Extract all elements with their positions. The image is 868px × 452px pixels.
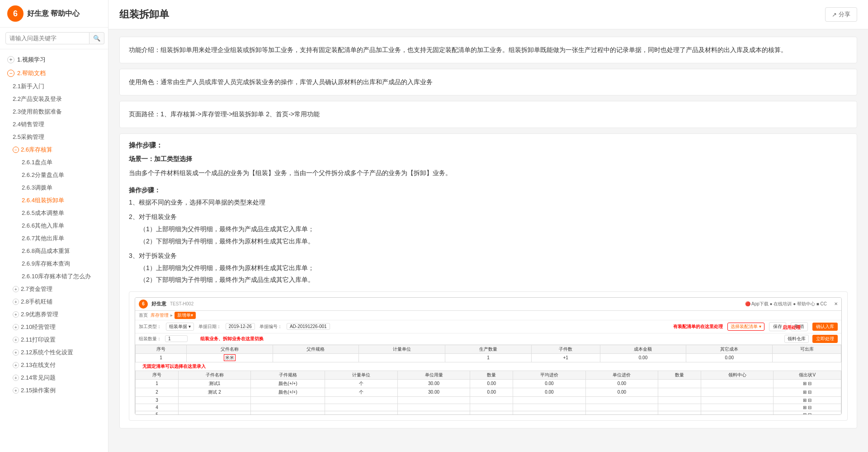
step2-sub2: （2）下部明细为子件明细，最终作为原材料生成其它出库单。 <box>129 235 848 247</box>
main-content: 组装拆卸单 ↗ 分享 功能介绍：组装拆卸单用来处理企业组装或拆卸等加工业务，支持… <box>108 0 868 452</box>
nav-plus-2-10: + <box>13 324 19 330</box>
nav-plus-2-14: + <box>13 375 19 381</box>
ss-date-val: 2019-12-26 <box>226 323 255 330</box>
ss-confirm-btn[interactable]: 确认入库 <box>812 323 838 331</box>
ss-use-field: 领料仓库 <box>784 335 809 343</box>
nav-sub-item-2-14[interactable]: + 2.14常见问题 <box>13 371 108 384</box>
ss-annotation3: 启用处理 <box>783 324 801 331</box>
ss-qty-label: 组装数量： <box>139 336 161 342</box>
logo-icon: 6 <box>7 5 24 22</box>
sidebar: 6 好生意 帮助中心 🔍 + 1.视频学习 − 2.帮助文档 2.1新手入门 <box>0 0 108 452</box>
ss-titlebar: 6 好生意 TEST-H002 🔴 App下载 ● 在线培训 ● 帮助中心 ■ … <box>135 298 841 311</box>
ss-num-val: AD-20191226-001 <box>287 323 330 330</box>
nav-plus-icon-1: + <box>7 56 14 63</box>
table-row: 3⊞ ⊟ <box>136 396 841 404</box>
nav-sub-item-2-6-4[interactable]: 2.6.4组装拆卸单 <box>22 194 108 207</box>
nav-item-row-1[interactable]: + 1.视频学习 <box>0 53 108 67</box>
table-row: 2 测试 2 颜色(+/+) 个 30.00 0.00 0.00 0.00 <box>136 388 841 396</box>
ss-annotation1: 有装配清单的在这里处理 <box>673 324 723 330</box>
nav-sub-item-2-4[interactable]: 2.4销售管理 <box>13 118 108 131</box>
path-block: 页面路径：1、库存核算->库存管理->组装拆卸单 2、首页->常用功能 <box>119 101 857 128</box>
nav-plus-2-8: + <box>13 299 19 305</box>
nav-sub-item-2-10[interactable]: + 2.10经营管理 <box>13 321 108 333</box>
nav-sub-item-2-3[interactable]: 2.3使用前数据准备 <box>13 105 108 118</box>
nav-sub-item-2-6-7[interactable]: 2.6.7其他出库单 <box>22 232 108 245</box>
step3: 3、对于拆装业务 <box>129 250 848 262</box>
search-box: 🔍 <box>0 28 108 49</box>
role-block: 使用角色：通常由生产人员或库管人员完成拆装业务的操作，库管人员确认原材料的出库和… <box>119 69 857 95</box>
ss-nav-arrow: ▸ <box>170 313 173 318</box>
nav-item-1[interactable]: + 1.视频学习 <box>0 53 108 67</box>
nav-sub-item-2-1[interactable]: 2.1新手入门 <box>13 80 108 93</box>
share-button[interactable]: ↗ 分享 <box>825 7 857 22</box>
nav-sub-item-2-6[interactable]: − 2.6库存核算 <box>13 143 108 156</box>
nav-sub-item-2-9[interactable]: + 2.9优惠券管理 <box>13 308 108 321</box>
nav-sub-item-2-12[interactable]: + 2.12系统个性化设置 <box>13 346 108 359</box>
ss-close: ✕ <box>834 301 838 306</box>
nav-plus-2-9: + <box>13 311 19 318</box>
nav-sub-item-2-6-9[interactable]: 2.6.9库存账本查询 <box>22 257 108 270</box>
ss-subform: 组装数量： 1 组装业务、拆卸业务在这里切换 领料仓库 启用处理 立即处理 <box>135 333 841 345</box>
scene1-title: 场景一：加工类型选择 <box>129 155 848 163</box>
nav-sub-item-2-6-2[interactable]: 2.6.2分量盘点单 <box>22 169 108 181</box>
nav-tree: + 1.视频学习 − 2.帮助文档 2.1新手入门 2.2产品安装及登录 2.3… <box>0 49 108 400</box>
nav-item-row-2[interactable]: − 2.帮助文档 <box>0 67 108 80</box>
scene1-desc: 当由多个子件材料组装成一个成品的业务为【组装】业务，当由一个父件拆分成多个子产品… <box>129 167 848 179</box>
intro-block: 功能介绍：组装拆卸单用来处理企业组装或拆卸等加工业务，支持有固定装配清单的产品加… <box>119 37 857 63</box>
nav-plus-2-7: + <box>13 286 19 292</box>
nav-sub-item-2-6-6[interactable]: 2.6.6其他入库单 <box>22 219 108 232</box>
ss-logo: 6 <box>139 300 148 309</box>
ss-table-area: 序号 父件名称 父件规格 计量单位 生产数量 子件数 成本金额 其它成本 可出库 <box>135 345 841 362</box>
nav-sub-item-2-11[interactable]: + 2.11打印设置 <box>13 333 108 346</box>
nav-sub-item-2-8[interactable]: + 2.8手机旺铺 <box>13 295 108 308</box>
nav-sub-item-2-6-1[interactable]: 2.6.1盘点单 <box>22 156 108 169</box>
nav-sub-item-2-15[interactable]: + 2.15操作案例 <box>13 384 108 397</box>
nav-plus-2-15: + <box>13 387 19 394</box>
nav-sub-item-2-6-10[interactable]: 2.6.10库存账本错了怎么办 <box>22 270 108 283</box>
ss-nav-cur: 库存管理 <box>151 312 169 319</box>
nav-sub-item-2-6-3[interactable]: 2.6.3调拨单 <box>22 181 108 194</box>
nav-item-2[interactable]: − 2.帮助文档 2.1新手入门 2.2产品安装及登录 2.3使用前数据准备 2… <box>0 67 108 397</box>
sidebar-header: 6 好生意 帮助中心 <box>0 0 108 28</box>
table-row: 4⊞ ⊟ <box>136 404 841 411</box>
table-row: 5⊞ ⊟ <box>136 411 841 415</box>
ss-sub-table-area: 序号 子件名称 子件规格 计量单位 单位用量 数量 平均进价 单位进价 数量 <box>135 371 841 415</box>
step2: 2、对于组装业务 <box>129 211 848 223</box>
ss-process-btn[interactable]: 立即处理 <box>812 335 838 343</box>
nav-sub-item-2-5[interactable]: 2.5采购管理 <box>13 131 108 143</box>
nav-sub-item-2-6-5[interactable]: 2.6.5成本调整单 <box>22 207 108 219</box>
ss-date-label: 单据日期： <box>198 324 221 330</box>
ss-cell-red: 米米 <box>224 354 236 361</box>
step3-sub2: （2）下部明细为子件明细，最终作为产成品生成其它入库单。 <box>129 274 848 286</box>
ss-icons: 🔴 App下载 ● 在线培训 ● 帮助中心 ■ CC <box>745 301 827 307</box>
ss-brand: 好生意 <box>151 300 166 307</box>
ss-company: TEST-H002 <box>170 301 741 306</box>
nav-sub-item-2-2[interactable]: 2.2产品安装及登录 <box>13 93 108 105</box>
nav-label-1: 1.视频学习 <box>17 56 46 64</box>
ss-type-select: 组装单据 ▾ <box>166 323 194 331</box>
table-row: 1 米米 1 +1 0.00 0.00 <box>136 353 841 362</box>
search-button[interactable]: 🔍 <box>90 32 104 44</box>
step2-sub1: （1）上部明细为父件明细，最终作为产成品生成其它入库单； <box>129 223 848 235</box>
main-header: 组装拆卸单 ↗ 分享 <box>108 0 868 29</box>
nav-sub-2: 2.1新手入门 2.2产品安装及登录 2.3使用前数据准备 2.4销售管理 2.… <box>0 80 108 397</box>
ops-title: 操作步骤： <box>129 141 848 150</box>
ss-nav-home: 首页 <box>139 312 148 319</box>
path-text: 页面路径：1、库存核算->库存管理->组装拆卸单 2、首页->常用功能 <box>129 110 320 118</box>
table-row: 1 测试1 颜色(+/+) 个 30.00 0.00 0.00 0.00 <box>136 379 841 388</box>
ss-tab-new: 新增单▾ <box>175 312 196 319</box>
nav-sub-item-2-7[interactable]: + 2.7资金管理 <box>13 283 108 295</box>
step1: 1、根据不同的业务，选择不同单据的类型来处理 <box>129 196 848 209</box>
ss-form: 加工类型： 组装单据 ▾ 单据日期： 2019-12-26 单据编号： AD-2… <box>135 320 841 333</box>
search-input[interactable] <box>5 32 90 44</box>
ss-sub-table: 序号 子件名称 子件规格 计量单位 单位用量 数量 平均进价 单位进价 数量 <box>135 371 841 415</box>
nav-sub-item-2-13[interactable]: + 2.13在线支付 <box>13 359 108 371</box>
intro-text: 功能介绍：组装拆卸单用来处理企业组装或拆卸等加工业务，支持有固定装配清单的产品加… <box>129 46 787 53</box>
role-text: 使用角色：通常由生产人员或库管人员完成拆装业务的操作，库管人员确认原材料的出库和… <box>129 78 433 86</box>
page-title: 组装拆卸单 <box>119 8 169 21</box>
nav-plus-2-12: + <box>13 349 19 356</box>
nav-sub-item-2-6-8[interactable]: 2.6.8商品成本重算 <box>22 245 108 257</box>
share-icon: ↗ <box>832 11 837 18</box>
ops-block: 操作步骤： 场景一：加工类型选择 当由多个子件材料组装成一个成品的业务为【组装】… <box>119 133 857 428</box>
ss-num-label: 单据编号： <box>259 324 282 330</box>
